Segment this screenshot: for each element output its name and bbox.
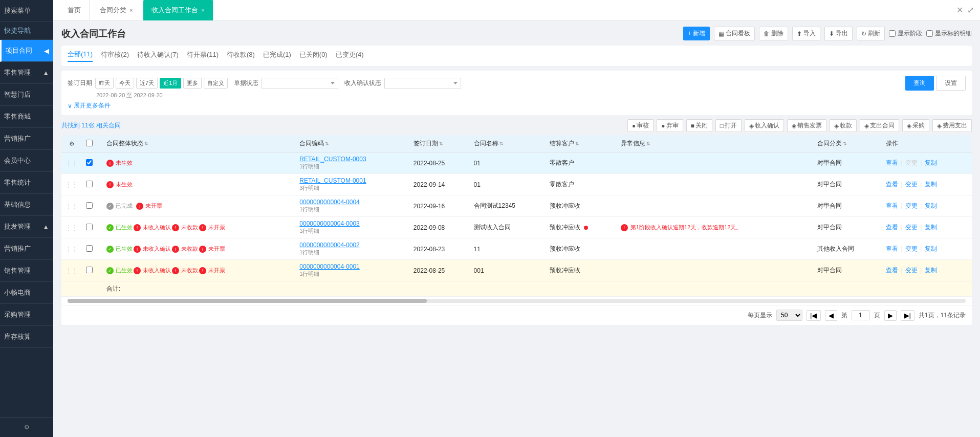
date-btn-today[interactable]: 今天 xyxy=(116,78,134,89)
show-detail-checkbox[interactable] xyxy=(926,30,933,37)
income-confirm-button[interactable]: ◈ 收入确认 xyxy=(745,119,784,132)
sort-error[interactable]: 异常信息 ⇅ xyxy=(621,139,650,148)
view-btn[interactable]: 查看 xyxy=(886,159,898,166)
new-button[interactable]: + 新增 xyxy=(683,27,710,40)
change-btn[interactable]: 变更 xyxy=(905,267,918,274)
contract-code-link[interactable]: 0000000000004-0003 xyxy=(299,220,405,227)
tab-contract-cat-close[interactable]: × xyxy=(129,7,133,13)
change-btn[interactable]: 变更 xyxy=(905,159,918,166)
change-btn[interactable]: 变更 xyxy=(905,224,918,231)
filter-tab-pending-review[interactable]: 待审核(2) xyxy=(101,50,129,61)
window-expand-icon[interactable]: ⤢ xyxy=(967,5,974,15)
sort-contract-code[interactable]: 合同编码 ⇅ xyxy=(299,139,329,148)
view-btn[interactable]: 查看 xyxy=(886,181,898,188)
sort-type[interactable]: 合同分类 ⇅ xyxy=(817,139,847,148)
filter-tab-pending-payment[interactable]: 待收款(8) xyxy=(227,50,255,61)
filter-tab-all[interactable]: 全部(11) xyxy=(68,50,93,62)
row-checkbox[interactable] xyxy=(86,224,93,230)
sidebar-item-marketing1[interactable]: 营销推广 xyxy=(0,128,53,150)
date-btn-more[interactable]: 更多 xyxy=(183,78,202,89)
sidebar-item-stat[interactable]: 零售统计 xyxy=(0,172,53,194)
sidebar-item-sales[interactable]: 销售管理 xyxy=(0,260,53,282)
doc-status-select[interactable] xyxy=(262,78,338,89)
change-btn[interactable]: 变更 xyxy=(905,245,918,252)
copy-btn[interactable]: 复制 xyxy=(925,181,937,188)
sidebar-item-wholesale[interactable]: 批发管理 ▲ xyxy=(0,216,53,238)
contract-code-link[interactable]: 0000000000004-0001 xyxy=(299,263,405,270)
query-button[interactable]: 查询 xyxy=(905,76,934,91)
scrollbar-thumb[interactable] xyxy=(68,299,427,303)
filter-tab-done[interactable]: 已完成(1) xyxy=(263,50,291,61)
date-btn-1month[interactable]: 近1月 xyxy=(160,78,181,89)
cost-button[interactable]: ◈ 费用支出 xyxy=(932,119,972,132)
copy-btn[interactable]: 复制 xyxy=(925,159,937,166)
contract-code-link[interactable]: RETAIL_CUSTOM-0003 xyxy=(299,156,405,163)
sort-customer[interactable]: 结算客户 ⇅ xyxy=(550,139,579,148)
sidebar-item-smart[interactable]: 智慧门店 xyxy=(0,84,53,106)
sidebar-item-stock[interactable]: 库存核算 xyxy=(0,326,53,348)
date-btn-custom[interactable]: 自定义 xyxy=(204,78,228,89)
sort-contract-status[interactable]: 合同整体状态 ⇅ xyxy=(106,139,148,148)
contract-code-link[interactable]: 0000000000004-0004 xyxy=(299,199,405,206)
sort-sign-date[interactable]: 签订日期 ⇅ xyxy=(413,139,443,148)
row-checkbox[interactable] xyxy=(86,245,93,252)
row-checkbox[interactable] xyxy=(86,267,93,273)
contract-code-link[interactable]: RETAIL_CUSTOM-0001 xyxy=(299,177,405,184)
abandon-review-button[interactable]: ● 弃审 xyxy=(657,119,683,132)
sales-invoice-button[interactable]: ◈ 销售发票 xyxy=(787,119,826,132)
show-fields-checkbox[interactable] xyxy=(889,30,896,37)
sidebar-settings[interactable]: ⚙ xyxy=(0,417,53,437)
copy-btn[interactable]: 复制 xyxy=(925,267,937,274)
sidebar-item-marketing2[interactable]: 营销推广 xyxy=(0,238,53,260)
page-first-btn[interactable]: |◀ xyxy=(807,310,820,321)
setting-button[interactable]: 设置 xyxy=(936,76,966,91)
tab-home[interactable]: 首页 xyxy=(59,0,90,20)
export-button[interactable]: ⬇ 导出 xyxy=(824,27,853,40)
date-btn-yesterday[interactable]: 昨天 xyxy=(95,78,114,89)
open-contract-button[interactable]: □ 打开 xyxy=(715,119,742,132)
row-checkbox[interactable] xyxy=(86,202,93,209)
import-button[interactable]: ⬆ 导入 xyxy=(792,27,820,40)
date-btn-7days[interactable]: 近7天 xyxy=(136,78,158,89)
sidebar-item-base[interactable]: 基础信息 xyxy=(0,194,53,216)
horizontal-scrollbar[interactable] xyxy=(68,299,966,303)
expand-more-btn[interactable]: ∨ 展开更多条件 xyxy=(68,101,966,110)
sidebar-search[interactable]: 搜索菜单 xyxy=(0,0,53,22)
row-checkbox[interactable] xyxy=(86,159,93,166)
filter-tab-pending-confirm[interactable]: 待收入确认(7) xyxy=(137,50,179,61)
review-button[interactable]: ● 审核 xyxy=(627,119,654,132)
window-close-icon[interactable]: ✕ xyxy=(956,5,963,15)
page-next-btn[interactable]: ▶ xyxy=(884,310,897,321)
view-btn[interactable]: 查看 xyxy=(886,202,898,209)
view-btn[interactable]: 查看 xyxy=(886,224,898,231)
per-page-select[interactable]: 50 100 200 xyxy=(776,310,802,321)
change-btn[interactable]: 变更 xyxy=(905,202,918,209)
delete-button[interactable]: 🗑 删除 xyxy=(759,27,788,40)
confirm-status-select[interactable] xyxy=(384,78,461,89)
view-btn[interactable]: 查看 xyxy=(886,267,898,274)
copy-btn[interactable]: 复制 xyxy=(925,224,937,231)
expense-contract-button[interactable]: ◈ 支出合同 xyxy=(860,119,899,132)
row-checkbox[interactable] xyxy=(86,181,93,187)
filter-tab-pending-invoice[interactable]: 待开票(11) xyxy=(187,50,219,61)
copy-btn[interactable]: 复制 xyxy=(925,202,937,209)
sidebar-item-member[interactable]: 会员中心 xyxy=(0,150,53,172)
tab-income-workbench-close[interactable]: × xyxy=(201,7,204,13)
th-settings[interactable]: ⚙ xyxy=(61,135,82,152)
select-all-checkbox[interactable] xyxy=(86,140,93,146)
sidebar-item-online[interactable]: 零售商城 xyxy=(0,106,53,128)
copy-btn[interactable]: 复制 xyxy=(925,245,937,252)
payment-button[interactable]: ◈ 收款 xyxy=(830,119,857,132)
filter-tab-closed[interactable]: 已关闭(0) xyxy=(299,50,328,61)
sidebar-item-ecom[interactable]: 小畅电商 xyxy=(0,282,53,304)
purchase-button[interactable]: ◈ 采购 xyxy=(902,119,929,132)
change-btn[interactable]: 变更 xyxy=(905,181,918,188)
sidebar-quick-nav[interactable]: 快捷导航 xyxy=(0,22,53,40)
sidebar-item-retail[interactable]: 零售管理 ▲ xyxy=(0,62,53,84)
page-number-input[interactable] xyxy=(852,310,870,320)
sort-contract-name[interactable]: 合同名称 ⇅ xyxy=(474,139,504,148)
sidebar-item-purchase[interactable]: 采购管理 xyxy=(0,304,53,326)
page-prev-btn[interactable]: ◀ xyxy=(825,310,837,321)
page-last-btn[interactable]: ▶| xyxy=(901,310,914,321)
refresh-button[interactable]: ↻ 刷新 xyxy=(857,27,885,40)
